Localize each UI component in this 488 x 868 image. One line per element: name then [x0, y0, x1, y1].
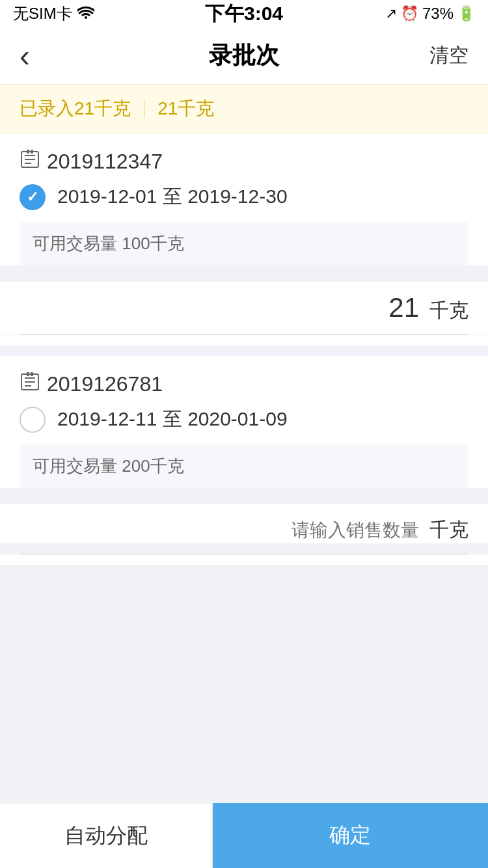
empty-area — [0, 565, 488, 812]
batch-id-2: 2019126781 — [47, 372, 163, 396]
carrier-label: 无SIM卡 — [13, 3, 72, 24]
back-button[interactable]: ‹ — [20, 38, 59, 74]
auto-distribute-button[interactable]: 自动分配 — [0, 803, 213, 868]
batch-header-2: 2019126781 — [20, 372, 468, 397]
total-label: 21千克 — [157, 96, 214, 121]
batch-date-row-1[interactable]: ✓ 2019-12-01 至 2019-12-30 — [20, 183, 468, 210]
batch-availability-2: 可用交易量 200千克 — [20, 444, 468, 488]
batch-date-row-2[interactable]: 2019-12-11 至 2020-01-09 — [20, 406, 468, 433]
quantity-value-1[interactable]: 21 — [388, 292, 419, 323]
card-bottom-pad-1 — [0, 335, 488, 346]
auto-distribute-label: 自动分配 — [64, 822, 148, 850]
svg-rect-11 — [31, 372, 33, 376]
status-right: ↗ ⏰ 73% 🔋 — [385, 5, 475, 23]
section-separator — [0, 346, 488, 356]
svg-rect-10 — [27, 372, 29, 376]
quantity-row-1: 21 千克 — [0, 281, 488, 334]
batch-date-1: 2019-12-01 至 2019-12-30 — [57, 183, 288, 210]
recorded-label: 已录入21千克 — [20, 96, 131, 121]
svg-rect-5 — [31, 150, 33, 154]
batch-icon-2 — [20, 372, 40, 397]
nav-bar: ‹ 录批次 清空 — [0, 27, 488, 85]
quantity-input-2[interactable] — [224, 520, 419, 541]
battery-label: 73% — [422, 5, 454, 23]
bottom-bar: 自动分配 确定 — [0, 803, 488, 868]
batch-radio-2[interactable] — [20, 407, 46, 433]
batch-date-2: 2019-12-11 至 2020-01-09 — [57, 406, 288, 433]
status-bar: 无SIM卡 下午3:04 ↗ ⏰ 73% 🔋 — [0, 0, 488, 27]
batch-icon-1 — [20, 149, 40, 174]
batch-availability-1: 可用交易量 100千克 — [20, 222, 468, 265]
status-left: 无SIM卡 — [13, 3, 94, 24]
wifi-icon — [77, 5, 94, 23]
summary-bar: 已录入21千克 21千克 — [0, 85, 488, 133]
input-row-2: 千克 — [0, 504, 488, 543]
location-icon: ↗ — [385, 5, 397, 22]
checkmark-icon-1: ✓ — [27, 189, 38, 206]
batch-card-1: 2019112347 ✓ 2019-12-01 至 2019-12-30 可用交… — [0, 133, 488, 265]
confirm-button[interactable]: 确定 — [213, 803, 488, 868]
batch-id-1: 2019112347 — [47, 150, 163, 174]
summary-divider — [144, 100, 144, 118]
confirm-label: 确定 — [329, 821, 371, 850]
page-title: 录批次 — [209, 40, 279, 72]
card-bottom-pad-2 — [0, 554, 488, 565]
clear-button[interactable]: 清空 — [429, 42, 468, 69]
input-unit-2: 千克 — [429, 517, 468, 543]
quantity-unit-1: 千克 — [429, 297, 468, 324]
batch-header-1: 2019112347 — [20, 149, 468, 174]
batch-radio-1[interactable]: ✓ — [20, 184, 46, 210]
svg-rect-4 — [27, 150, 29, 154]
batch-card-2: 2019126781 2019-12-11 至 2020-01-09 可用交易量… — [0, 356, 488, 488]
status-time: 下午3:04 — [205, 1, 283, 27]
battery-icon: 🔋 — [457, 5, 475, 22]
alarm-icon: ⏰ — [401, 5, 418, 22]
